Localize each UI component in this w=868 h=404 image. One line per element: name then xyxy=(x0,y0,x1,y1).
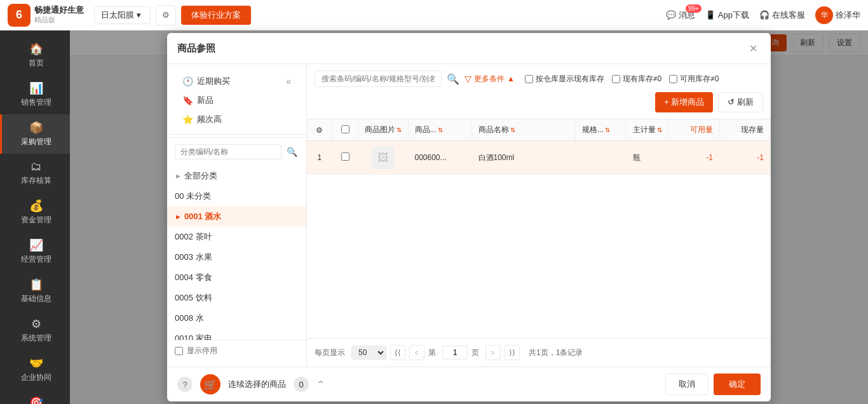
per-page-select[interactable]: 50 100 200 xyxy=(351,346,386,360)
purchase-icon: 📦 xyxy=(29,121,43,135)
quick-filter-frequent[interactable]: ⭐ 频次高 xyxy=(175,110,299,129)
cancel-button[interactable]: 取消 xyxy=(665,374,709,395)
store-selector[interactable]: 日太阳膜 ▾ xyxy=(94,6,151,24)
sidebar-label-sales: 销售管理 xyxy=(21,97,51,108)
sidebar-item-basic[interactable]: 📋 基础信息 xyxy=(0,271,70,311)
support-item[interactable]: 🎧 在线客服 xyxy=(759,10,805,21)
clock-icon: 🕐 xyxy=(182,76,193,86)
trial-button[interactable]: 体验行业方案 xyxy=(181,6,251,25)
cart-button[interactable]: 🛒 xyxy=(200,374,220,394)
sidebar-item-guide[interactable]: 🎯 新手引导 xyxy=(0,389,70,404)
page-last-btn[interactable]: ⟩⟩ xyxy=(505,345,520,360)
available-value: -1 xyxy=(706,153,713,162)
quick-filter-new[interactable]: 🔖 新品 xyxy=(175,91,299,110)
cell-name: 白酒100ml xyxy=(471,141,576,175)
category-list: ► 全部分类 00 未分类 ► 0001 酒水 0002 茶 xyxy=(167,163,306,340)
right-panel: 🔍 ▽ 更多条件 ▲ 按仓库显示现有库存 xyxy=(307,64,771,367)
user-item[interactable]: 华 徐泽华 xyxy=(815,6,860,24)
add-product-button[interactable]: + 新增商品 xyxy=(655,92,713,112)
system-icon: ⚙ xyxy=(31,317,41,331)
guide-icon: 🎯 xyxy=(29,396,43,404)
settings-gear-icon[interactable]: ⚙ xyxy=(316,126,323,135)
message-nav-item[interactable]: 💬 消息 99+ xyxy=(666,10,695,21)
row-checkbox[interactable] xyxy=(341,152,349,161)
category-item-00[interactable]: 00 未分类 xyxy=(167,186,306,206)
cell-unit: 瓶 xyxy=(627,141,669,175)
message-badge: 99+ xyxy=(686,4,702,13)
confirm-button[interactable]: 确定 xyxy=(714,374,761,395)
footer-collapse-icon[interactable]: ⌃ xyxy=(316,379,325,391)
available-checkbox[interactable] xyxy=(612,75,620,83)
sidebar-item-system[interactable]: ⚙ 系统管理 xyxy=(0,311,70,350)
sidebar-item-purchase[interactable]: 📦 采购管理 xyxy=(0,114,70,154)
table-row[interactable]: 1 🖼 000600... xyxy=(307,141,771,175)
settings-button[interactable]: ⚙ xyxy=(156,5,176,25)
page-next-btn[interactable]: ﹥ xyxy=(485,345,501,360)
show-disabled-checkbox[interactable] xyxy=(175,347,183,355)
category-item-0002[interactable]: 0002 茶叶 xyxy=(167,227,306,247)
cat-label-00: 00 未分类 xyxy=(175,191,211,202)
modal-close-button[interactable]: ✕ xyxy=(745,41,761,56)
category-item-0005[interactable]: 0005 饮料 xyxy=(167,288,306,308)
app-icon: 📱 xyxy=(705,10,715,20)
sidebar-item-corp[interactable]: 🤝 企业协同 xyxy=(0,350,70,389)
sidebar-label-corp: 企业协同 xyxy=(21,372,51,383)
category-search-button[interactable]: 🔍 xyxy=(285,144,299,159)
avatar: 华 xyxy=(815,6,833,24)
cell-available: -1 xyxy=(669,141,720,175)
category-item-0003[interactable]: 0003 水果 xyxy=(167,247,306,267)
cell-image: 🖼 xyxy=(358,141,408,175)
page-suffix-label: 页 xyxy=(471,347,479,358)
category-item-0008[interactable]: 0008 水 xyxy=(167,308,306,328)
quick-filter-frequent-label: 频次高 xyxy=(197,114,222,125)
modal-title: 商品参照 xyxy=(177,43,215,55)
th-available-label: 可用量 xyxy=(690,125,713,134)
product-search-input[interactable] xyxy=(315,71,442,87)
left-panel: 🕐 近期购买 « 🔖 新品 ⭐ 频次高 xyxy=(167,64,307,367)
page-number-input[interactable] xyxy=(442,346,468,360)
available-checkbox-text: 现有库存≠0 xyxy=(623,74,661,84)
usable-checkbox[interactable] xyxy=(669,75,677,83)
product-search-button[interactable]: 🔍 xyxy=(447,73,459,85)
home-icon: 🏠 xyxy=(29,42,43,56)
category-item-0004[interactable]: 0004 零食 xyxy=(167,267,306,288)
cat-label-0008: 0008 水 xyxy=(175,313,204,324)
category-search-input[interactable] xyxy=(175,144,281,159)
cat-label-all: 全部分类 xyxy=(184,170,217,182)
warehouse-checkbox[interactable] xyxy=(525,75,533,83)
category-item-all[interactable]: ► 全部分类 xyxy=(167,166,306,186)
logo-text-area: 畅捷通好生意 精品版 xyxy=(34,5,84,25)
category-item-0010[interactable]: 0010 家电 xyxy=(167,328,306,340)
app-download-item[interactable]: 📱 App下载 xyxy=(705,10,749,21)
sidebar-item-finance[interactable]: 💰 资金管理 xyxy=(0,192,70,232)
help-button[interactable]: ? xyxy=(177,377,193,392)
filter-icon: ▽ xyxy=(465,74,471,84)
page-prev-btn[interactable]: ﹤ xyxy=(409,345,424,360)
corp-icon: 🤝 xyxy=(29,356,43,370)
message-icon: 💬 xyxy=(666,10,676,20)
quick-filters-section: 🕐 近期购买 « 🔖 新品 ⭐ 频次高 xyxy=(167,69,306,135)
toolbar-right: + 新增商品 ↺ 刷新 xyxy=(655,92,763,112)
logo-icon: 6 xyxy=(8,4,31,27)
sidebar-label-purchase: 采购管理 xyxy=(21,137,51,147)
refresh-button[interactable]: ↺ 刷新 xyxy=(718,92,763,112)
sidebar-item-home[interactable]: 🏠 首页 xyxy=(0,36,70,75)
page-first-btn[interactable]: ⟨⟨ xyxy=(390,345,405,360)
quick-filter-recent[interactable]: 🕐 近期购买 « xyxy=(175,72,299,91)
sort-icon-unit: ⇅ xyxy=(657,126,662,133)
sort-icon-code: ⇅ xyxy=(438,126,443,133)
available-checkbox-label: 现有库存≠0 xyxy=(612,74,661,84)
sidebar-item-inventory[interactable]: 🗂 库存核算 xyxy=(0,154,70,192)
category-item-0001[interactable]: ► 0001 酒水 xyxy=(167,206,306,227)
collapse-left-icon[interactable]: « xyxy=(286,76,291,86)
more-filter-button[interactable]: ▽ 更多条件 ▲ xyxy=(465,74,515,84)
warehouse-checkbox-text: 按仓库显示现有库存 xyxy=(536,74,604,84)
modal-header: 商品参照 ✕ xyxy=(167,33,771,64)
sidebar-item-operation[interactable]: 📈 经营管理 xyxy=(0,232,70,271)
stock-value: -1 xyxy=(757,153,764,162)
sidebar-item-sales[interactable]: 📊 销售管理 xyxy=(0,75,70,114)
th-stock-label: 现存量 xyxy=(741,125,764,134)
select-all-checkbox[interactable] xyxy=(341,125,349,133)
new-icon: 🔖 xyxy=(182,95,193,105)
chevron-down-icon: ▾ xyxy=(137,10,141,20)
